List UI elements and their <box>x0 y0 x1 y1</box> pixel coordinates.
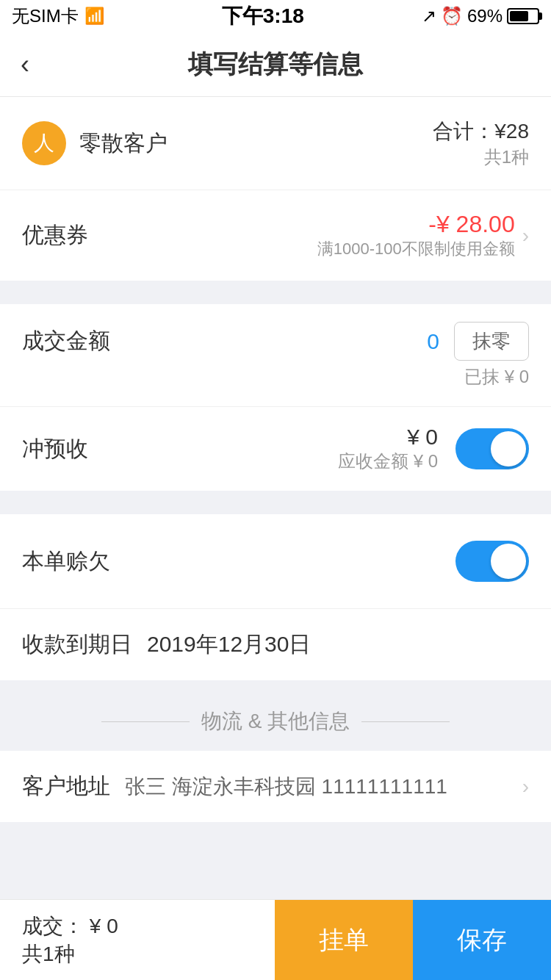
status-time: 下午3:18 <box>222 2 304 30</box>
address-section: 客户地址 张三 海淀永丰科技园 11111111111 › <box>0 751 551 822</box>
customer-right: 合计：¥28 共1种 <box>433 118 529 169</box>
address-label: 客户地址 <box>22 771 110 801</box>
bottom-deal-value: ¥ 0 <box>90 915 118 937</box>
credit-section: 本单赊欠 收款到期日 2019年12月30日 <box>0 514 551 680</box>
bottom-bar: 成交： ¥ 0 共1种 挂单 保存 <box>0 899 551 980</box>
section-divider-2 <box>0 502 551 514</box>
nav-bar: ‹ 填写结算等信息 <box>0 32 551 97</box>
prereceive-sub-label: 应收金额 ¥ 0 <box>338 450 438 473</box>
address-chevron-icon: › <box>522 775 529 799</box>
status-bar: 无SIM卡 📶 下午3:18 ↗ ⏰ 69% <box>0 0 551 32</box>
deal-row-top: 成交金额 0 抹零 <box>22 322 529 361</box>
round-zero-button[interactable]: 抹零 <box>454 322 529 361</box>
bottom-deal-row: 成交： ¥ 0 <box>22 912 253 940</box>
customer-left: 人 零散客户 <box>22 121 168 165</box>
prereceive-amount-block: ¥ 0 应收金额 ¥ 0 <box>338 425 438 473</box>
due-date-label: 收款到期日 <box>22 630 132 660</box>
deal-sub-label: 已抹 ¥ 0 <box>22 365 529 389</box>
logistics-header: 物流 & 其他信息 <box>0 692 551 751</box>
status-right: ↗ ⏰ 69% <box>422 6 539 26</box>
alarm-icon: ⏰ <box>441 6 463 26</box>
prereceive-row: 冲预收 ¥ 0 应收金额 ¥ 0 <box>0 407 551 491</box>
avatar-icon: 人 <box>34 129 54 157</box>
coupon-description: 满1000-100不限制使用金额 <box>317 238 515 260</box>
logistics-divider-left <box>101 721 190 722</box>
prereceive-toggle[interactable] <box>455 428 529 469</box>
credit-toggle-knob <box>491 544 526 579</box>
credit-toggle[interactable] <box>455 541 529 582</box>
address-value: 张三 海淀永丰科技园 11111111111 <box>125 773 522 801</box>
status-left: 无SIM卡 📶 <box>12 4 104 28</box>
logistics-title: 物流 & 其他信息 <box>201 707 350 735</box>
avatar: 人 <box>22 121 66 165</box>
coupon-row[interactable]: 优惠券 -¥ 28.00 满1000-100不限制使用金额 › <box>0 190 551 281</box>
chevron-right-icon: › <box>522 224 529 248</box>
customer-row: 人 零散客户 合计：¥28 共1种 <box>0 97 551 190</box>
prereceive-label: 冲预收 <box>22 434 88 464</box>
deal-amount-label: 成交金额 <box>22 326 110 356</box>
customer-name: 零散客户 <box>79 129 168 159</box>
bottom-deal-label: 成交： <box>22 915 84 937</box>
page-title: 填写结算等信息 <box>188 48 363 82</box>
wifi-icon: 📶 <box>84 7 104 26</box>
network-label: 无SIM卡 <box>12 4 79 28</box>
deal-right: 0 抹零 <box>427 322 529 361</box>
bottom-deal-info: 成交： ¥ 0 共1种 <box>0 912 275 968</box>
credit-row: 本单赊欠 <box>0 514 551 608</box>
save-button[interactable]: 保存 <box>413 900 551 981</box>
address-row[interactable]: 客户地址 张三 海淀永丰科技园 11111111111 › <box>0 751 551 822</box>
location-icon: ↗ <box>422 6 436 26</box>
prereceive-amount: ¥ 0 <box>338 425 438 450</box>
battery-fill <box>510 11 528 21</box>
due-date-value: 2019年12月30日 <box>147 630 311 660</box>
logistics-divider-right <box>361 721 450 722</box>
battery-percent: 69% <box>467 6 503 26</box>
toggle-knob <box>491 431 526 466</box>
coupon-right: -¥ 28.00 满1000-100不限制使用金额 › <box>317 211 529 260</box>
section-divider-1 <box>0 292 551 304</box>
back-button[interactable]: ‹ <box>21 49 29 80</box>
hold-order-button[interactable]: 挂单 <box>275 900 413 981</box>
deal-amount-row: 成交金额 0 抹零 已抹 ¥ 0 <box>0 304 551 407</box>
deal-amount-section: 成交金额 0 抹零 已抹 ¥ 0 冲预收 ¥ 0 应收金额 ¥ 0 <box>0 304 551 491</box>
credit-label: 本单赊欠 <box>22 547 110 577</box>
deal-amount-value: 0 <box>427 329 439 354</box>
bottom-deal-count: 共1种 <box>22 940 253 968</box>
total-count: 共1种 <box>433 145 529 169</box>
due-date-row: 收款到期日 2019年12月30日 <box>0 608 551 680</box>
coupon-info: -¥ 28.00 满1000-100不限制使用金额 <box>317 211 515 260</box>
prereceive-right: ¥ 0 应收金额 ¥ 0 <box>338 425 529 473</box>
customer-section: 人 零散客户 合计：¥28 共1种 优惠券 -¥ 28.00 满1000-100… <box>0 97 551 281</box>
coupon-amount: -¥ 28.00 <box>317 211 515 238</box>
coupon-label: 优惠券 <box>22 220 88 251</box>
total-amount: 合计：¥28 <box>433 118 529 145</box>
battery-icon <box>507 8 539 24</box>
